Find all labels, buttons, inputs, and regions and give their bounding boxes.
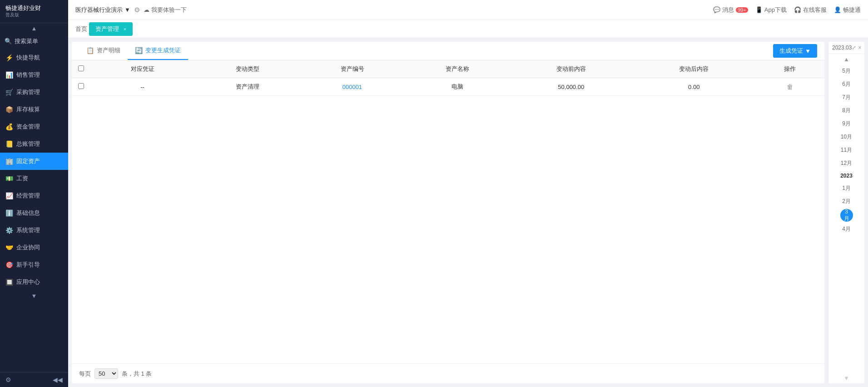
close-icon[interactable]: × bbox=[858, 45, 861, 51]
sidebar-item-label: 企业协同 bbox=[16, 243, 40, 252]
row-asset-name: 电脑 bbox=[405, 78, 510, 96]
payroll-icon: 💵 bbox=[5, 175, 13, 182]
header-before-change: 变动前内容 bbox=[510, 60, 633, 78]
sidebar-item-inventory[interactable]: 📦 库存核算 bbox=[0, 101, 68, 118]
sidebar-item-label: 总账管理 bbox=[16, 140, 40, 148]
fund-icon: 💰 bbox=[5, 123, 13, 130]
row-asset-code[interactable]: 000001 bbox=[300, 78, 405, 96]
sidebar-item-purchase[interactable]: 🛒 采购管理 bbox=[0, 84, 68, 101]
date-scroll-down[interactable]: ▼ bbox=[828, 373, 864, 383]
total-label: 条，共 1 条 bbox=[122, 370, 152, 378]
date-scroll-up[interactable]: ▲ bbox=[828, 54, 864, 64]
user-label: 畅捷通 bbox=[843, 6, 861, 14]
collapse-icon[interactable]: ◀◀ bbox=[53, 376, 63, 383]
per-page-label: 每页 bbox=[79, 370, 91, 378]
online-service-btn[interactable]: 🎧 在线客服 bbox=[794, 6, 827, 14]
sidebar-item-label: 销售管理 bbox=[16, 71, 40, 79]
tab-asset-management[interactable]: 资产管理 × bbox=[89, 22, 133, 36]
user-btn[interactable]: 👤 畅捷通 bbox=[834, 6, 861, 14]
expand-icon[interactable]: ⤢ bbox=[852, 45, 856, 51]
sidebar-item-basic-info[interactable]: ℹ️ 基础信息 bbox=[0, 204, 68, 222]
sidebar-item-management[interactable]: 📈 经营管理 bbox=[0, 187, 68, 204]
date-month-7[interactable]: 7月 bbox=[828, 91, 864, 104]
date-active-row: 3月 bbox=[828, 208, 864, 223]
sub-tab-asset-detail[interactable]: 📋 资产明细 bbox=[79, 42, 128, 60]
date-2023-month-3[interactable]: 3月 bbox=[840, 209, 853, 222]
purchase-icon: 🛒 bbox=[5, 89, 13, 96]
sidebar-item-label: 快捷导航 bbox=[16, 54, 40, 62]
sidebar-item-label: 采购管理 bbox=[16, 88, 40, 96]
online-service-label: 在线客服 bbox=[803, 6, 827, 14]
date-month-12[interactable]: 12月 bbox=[828, 157, 864, 170]
sub-tab-change-voucher[interactable]: 🔄 变更生成凭证 bbox=[128, 42, 188, 60]
sidebar-item-payroll[interactable]: 💵 工资 bbox=[0, 170, 68, 187]
inventory-icon: 📦 bbox=[5, 106, 13, 113]
logo-text: 畅捷通好业财 bbox=[5, 5, 41, 12]
company-selector[interactable]: 医疗器械行业演示 ▼ bbox=[75, 6, 130, 14]
sidebar-item-label: 应用中心 bbox=[16, 278, 40, 286]
settings-icon[interactable]: ⚙ bbox=[5, 376, 11, 383]
page-content: 📋 资产明细 🔄 变更生成凭证 生成凭证 ▼ bbox=[72, 42, 824, 383]
sidebar-item-enterprise[interactable]: 🤝 企业协同 bbox=[0, 239, 68, 256]
header-asset-name: 资产名称 bbox=[405, 60, 510, 78]
sidebar-item-fixed-assets[interactable]: 🏢 固定资产 bbox=[0, 153, 68, 170]
settings-gear-icon[interactable]: ⚙ bbox=[134, 6, 140, 14]
date-year-2023: 2023 bbox=[828, 170, 864, 182]
date-2023-month-1[interactable]: 1月 bbox=[828, 182, 864, 195]
basic-info-icon: ℹ️ bbox=[5, 209, 13, 217]
date-month-6[interactable]: 6月 bbox=[828, 78, 864, 91]
sidebar-bottom: ⚙ ◀◀ bbox=[0, 372, 68, 387]
company-name: 医疗器械行业演示 bbox=[75, 6, 123, 14]
messages-label: 消息 bbox=[722, 6, 734, 14]
sidebar-item-label: 系统管理 bbox=[16, 226, 40, 234]
date-month-11[interactable]: 11月 bbox=[828, 144, 864, 157]
service-icon: 🎧 bbox=[794, 6, 801, 13]
row-checkbox-cell bbox=[72, 78, 90, 96]
sidebar-item-system[interactable]: ⚙️ 系统管理 bbox=[0, 222, 68, 239]
sub-tab-change-voucher-label: 变更生成凭证 bbox=[145, 46, 181, 55]
sidebar-scroll-up[interactable]: ▲ bbox=[0, 23, 68, 34]
content-area: 📋 资产明细 🔄 变更生成凭证 生成凭证 ▼ bbox=[68, 38, 868, 387]
sidebar-search[interactable]: 🔍 搜索菜单 bbox=[0, 34, 68, 49]
app-center-icon: 🔲 bbox=[5, 278, 13, 286]
sidebar-item-label: 工资 bbox=[16, 174, 28, 183]
sidebar-item-sales[interactable]: 📊 销售管理 bbox=[0, 66, 68, 84]
date-month-8[interactable]: 8月 bbox=[828, 104, 864, 117]
app-download-btn[interactable]: 📱 App下载 bbox=[755, 6, 787, 14]
per-page-select[interactable]: 50 10 20 100 bbox=[94, 368, 118, 379]
date-month-5[interactable]: 5月 bbox=[828, 64, 864, 78]
experience-btn[interactable]: ☁ 我要体验一下 bbox=[144, 6, 187, 14]
sidebar-item-label: 基础信息 bbox=[16, 209, 40, 217]
date-2023-month-2[interactable]: 2月 bbox=[828, 195, 864, 208]
date-2023-month-4[interactable]: 4月 bbox=[828, 223, 864, 236]
delete-btn[interactable]: 🗑 bbox=[787, 83, 793, 90]
generate-voucher-btn[interactable]: 生成凭证 ▼ bbox=[773, 44, 817, 58]
select-all-checkbox[interactable] bbox=[78, 65, 84, 71]
dropdown-icon: ▼ bbox=[124, 6, 130, 13]
sidebar-item-guide[interactable]: 🎯 新手引导 bbox=[0, 256, 68, 273]
home-label: 首页 bbox=[75, 25, 87, 32]
sidebar-item-fund[interactable]: 💰 资金管理 bbox=[0, 118, 68, 135]
tab-home[interactable]: 首页 bbox=[75, 25, 87, 33]
sidebar-item-label: 新手引导 bbox=[16, 261, 40, 269]
messages-btn[interactable]: 💬 消息 99+ bbox=[713, 6, 748, 14]
experience-icon: ☁ bbox=[144, 6, 149, 13]
date-month-10[interactable]: 10月 bbox=[828, 130, 864, 144]
header-right: 💬 消息 99+ 📱 App下载 🎧 在线客服 👤 畅捷通 bbox=[713, 6, 861, 14]
row-checkbox[interactable] bbox=[78, 83, 84, 89]
quick-nav-icon: ⚡ bbox=[5, 54, 13, 61]
date-panel-header: 2023.03 ⤢ × bbox=[828, 42, 864, 54]
sub-tabs: 📋 资产明细 🔄 变更生成凭证 bbox=[72, 42, 195, 60]
sidebar-item-label: 固定资产 bbox=[16, 157, 40, 165]
tab-close-icon[interactable]: × bbox=[124, 26, 126, 32]
header-action: 操作 bbox=[755, 60, 824, 78]
sidebar-scroll-down[interactable]: ▼ bbox=[0, 291, 68, 301]
sidebar-item-ledger[interactable]: 📒 总账管理 bbox=[0, 135, 68, 153]
enterprise-icon: 🤝 bbox=[5, 244, 13, 251]
messages-badge: 99+ bbox=[736, 7, 748, 13]
user-avatar-icon: 👤 bbox=[834, 6, 841, 13]
sidebar-item-app-center[interactable]: 🔲 应用中心 bbox=[0, 273, 68, 291]
sidebar-item-quick-nav[interactable]: ⚡ 快捷导航 bbox=[0, 49, 68, 66]
tabs-bar: 首页 资产管理 × bbox=[68, 20, 868, 38]
date-month-9[interactable]: 9月 bbox=[828, 117, 864, 130]
